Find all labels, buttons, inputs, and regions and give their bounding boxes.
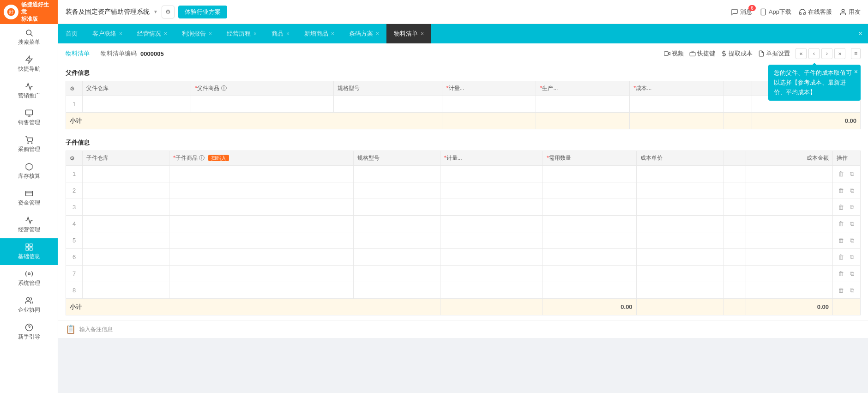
child-row-8-qty[interactable] bbox=[542, 282, 636, 299]
child-row-5-unit[interactable] bbox=[440, 232, 515, 249]
child-row-7-qty[interactable] bbox=[542, 266, 636, 282]
child-row-5-warehouse[interactable] bbox=[83, 232, 169, 249]
breadcrumb-bom[interactable]: 物料清单 bbox=[66, 49, 90, 58]
page-next-next[interactable]: » bbox=[834, 48, 845, 59]
child-row-1-unit[interactable] bbox=[440, 166, 515, 182]
child-row-8-warehouse[interactable] bbox=[83, 282, 169, 299]
child-row-2-spec[interactable] bbox=[353, 182, 440, 199]
sidebar-item-purchase[interactable]: 采购管理 bbox=[0, 131, 58, 158]
sidebar-item-system[interactable]: 系统管理 bbox=[0, 265, 58, 292]
child-row-8-copy[interactable]: ⧉ bbox=[847, 286, 856, 295]
service-item[interactable]: 在线客服 bbox=[799, 8, 832, 16]
sidebar-item-sales[interactable]: 销售管理 bbox=[0, 104, 58, 131]
child-row-5-product[interactable] bbox=[169, 232, 354, 249]
action-shortcut[interactable]: 快捷键 bbox=[689, 49, 715, 58]
child-row-3-copy[interactable]: ⧉ bbox=[847, 203, 856, 212]
child-row-3-unit-price[interactable] bbox=[636, 199, 723, 216]
action-settings[interactable]: 单据设置 bbox=[758, 49, 790, 58]
sidebar-item-search[interactable]: 搜索菜单 bbox=[0, 24, 58, 51]
tab-customer-close[interactable]: × bbox=[119, 30, 122, 37]
child-row-7-spec[interactable] bbox=[353, 266, 440, 282]
child-row-5-delete[interactable]: 🗑 bbox=[837, 236, 846, 245]
child-row-8-unit[interactable] bbox=[440, 282, 515, 299]
child-row-6-unit-price[interactable] bbox=[636, 249, 723, 266]
child-row-5-unit-price[interactable] bbox=[636, 232, 723, 249]
child-row-3-qty[interactable] bbox=[542, 199, 636, 216]
child-row-5-qty[interactable] bbox=[542, 232, 636, 249]
child-row-8-unit-price[interactable] bbox=[636, 282, 723, 299]
tab-business-close[interactable]: × bbox=[164, 30, 167, 37]
sidebar-item-finance[interactable]: 资金管理 bbox=[0, 185, 58, 212]
child-row-1-copy[interactable]: ⧉ bbox=[847, 169, 856, 179]
view-toggle[interactable]: ≡ bbox=[851, 48, 861, 59]
sidebar-item-enterprise[interactable]: 企业协同 bbox=[0, 292, 58, 319]
action-video[interactable]: 视频 bbox=[664, 49, 684, 58]
child-row-4-qty[interactable] bbox=[542, 216, 636, 232]
child-row-2-warehouse[interactable] bbox=[83, 182, 169, 199]
child-row-4-unit[interactable] bbox=[440, 216, 515, 232]
child-row-7-warehouse[interactable] bbox=[83, 266, 169, 282]
child-row-4-unit-price[interactable] bbox=[636, 216, 723, 232]
tab-goods-close[interactable]: × bbox=[286, 30, 289, 37]
child-row-7-product[interactable] bbox=[169, 266, 354, 282]
tab-goods[interactable]: 商品× bbox=[264, 24, 297, 43]
parent-row-1-spec[interactable] bbox=[334, 96, 442, 113]
parent-col-settings[interactable]: ⚙ bbox=[66, 81, 83, 96]
tab-home[interactable]: 首页 bbox=[58, 24, 85, 43]
child-row-8-spec[interactable] bbox=[353, 282, 440, 299]
page-prev[interactable]: ‹ bbox=[808, 48, 820, 59]
tab-customer[interactable]: 客户联络× bbox=[85, 24, 130, 43]
child-row-1-qty[interactable] bbox=[542, 166, 636, 182]
tab-profit[interactable]: 利润报告× bbox=[175, 24, 219, 43]
child-row-7-unit-price[interactable] bbox=[636, 266, 723, 282]
sidebar-item-marketing[interactable]: 营销推广 bbox=[0, 78, 58, 104]
child-row-7-copy[interactable]: ⧉ bbox=[847, 269, 856, 278]
tab-business[interactable]: 经营情况× bbox=[130, 24, 175, 43]
child-row-2-qty[interactable] bbox=[542, 182, 636, 199]
child-row-2-product[interactable] bbox=[169, 182, 354, 199]
page-prev-prev[interactable]: « bbox=[796, 48, 807, 59]
child-row-6-warehouse[interactable] bbox=[83, 249, 169, 266]
app-download-item[interactable]: App下载 bbox=[760, 8, 791, 16]
child-row-1-spec[interactable] bbox=[353, 166, 440, 182]
child-row-1-unit-price[interactable] bbox=[636, 166, 723, 182]
child-row-6-copy[interactable]: ⧉ bbox=[847, 253, 856, 262]
tab-barcode[interactable]: 条码方案× bbox=[342, 24, 386, 43]
page-next[interactable]: › bbox=[821, 48, 832, 59]
tooltip-close[interactable]: × bbox=[854, 67, 858, 77]
sidebar-item-operations[interactable]: 经营管理 bbox=[0, 212, 58, 238]
child-row-7-delete[interactable]: 🗑 bbox=[837, 269, 846, 278]
child-row-4-product[interactable] bbox=[169, 216, 354, 232]
tab-new-goods-close[interactable]: × bbox=[331, 30, 334, 37]
note-placeholder[interactable]: 输入备注信息 bbox=[79, 326, 113, 333]
child-row-8-delete[interactable]: 🗑 bbox=[837, 285, 846, 295]
child-row-2-unit[interactable] bbox=[440, 182, 515, 199]
tab-new-goods[interactable]: 新增商品× bbox=[297, 24, 342, 43]
tab-close-all[interactable]: × bbox=[853, 30, 868, 38]
child-row-1-warehouse[interactable] bbox=[83, 166, 169, 182]
child-row-6-unit[interactable] bbox=[440, 249, 515, 266]
child-row-3-spec[interactable] bbox=[353, 199, 440, 216]
child-row-5-spec[interactable] bbox=[353, 232, 440, 249]
settings-button[interactable]: ⚙ bbox=[162, 6, 175, 18]
system-dropdown-arrow[interactable]: ▼ bbox=[153, 9, 158, 14]
sidebar-item-inventory[interactable]: 库存核算 bbox=[0, 158, 58, 185]
child-row-4-delete[interactable]: 🗑 bbox=[837, 219, 846, 228]
sidebar-item-basic-info[interactable]: 基础信息 bbox=[0, 238, 58, 265]
parent-row-1-produce[interactable] bbox=[536, 96, 630, 113]
child-row-3-unit[interactable] bbox=[440, 199, 515, 216]
action-cost[interactable]: 提取成本 bbox=[721, 49, 753, 58]
child-row-1-product[interactable] bbox=[169, 166, 354, 182]
child-row-6-product[interactable] bbox=[169, 249, 354, 266]
child-row-6-delete[interactable]: 🗑 bbox=[837, 252, 846, 261]
child-row-2-delete[interactable]: 🗑 bbox=[837, 186, 846, 195]
sidebar-item-guide[interactable]: 新手引导 bbox=[0, 319, 58, 345]
parent-row-1-unit[interactable] bbox=[442, 96, 536, 113]
child-row-6-spec[interactable] bbox=[353, 249, 440, 266]
parent-row-1-cost[interactable] bbox=[630, 96, 723, 113]
child-row-3-delete[interactable]: 🗑 bbox=[837, 202, 846, 212]
child-row-3-warehouse[interactable] bbox=[83, 199, 169, 216]
trial-button[interactable]: 体验行业方案 bbox=[178, 6, 227, 18]
child-row-5-copy[interactable]: ⧉ bbox=[847, 236, 856, 245]
sidebar-item-quick-nav[interactable]: 快捷导航 bbox=[0, 51, 58, 78]
